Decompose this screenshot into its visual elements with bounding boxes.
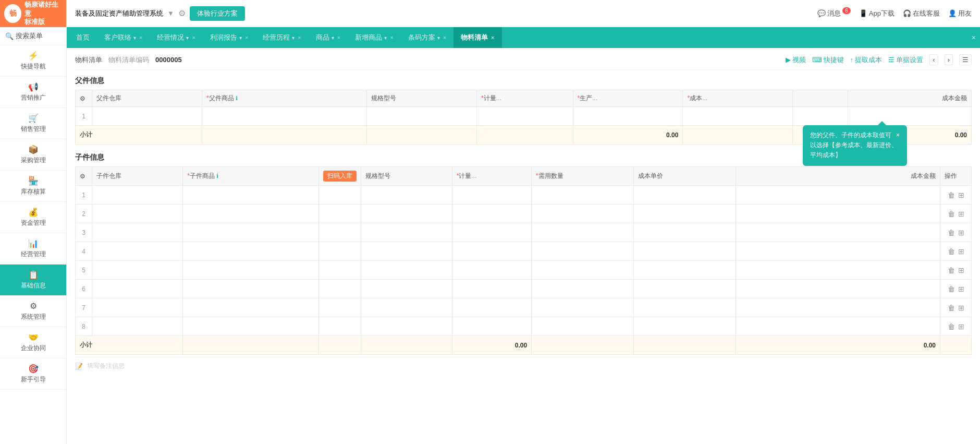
- tab-product[interactable]: 商品 ▾ ×: [309, 27, 348, 48]
- online-service-btn[interactable]: 🎧 在线客服: [903, 9, 940, 18]
- child-unitprice-cell-6[interactable]: [634, 280, 736, 298]
- delete-icon-5[interactable]: 🗑: [948, 266, 955, 274]
- child-product-cell-3[interactable]: [183, 223, 319, 242]
- parent-spec-cell[interactable]: [367, 107, 477, 126]
- pagination-prev[interactable]: ‹: [929, 54, 938, 65]
- copy-icon-6[interactable]: ⊞: [958, 285, 964, 293]
- child-product-cell-4[interactable]: [183, 242, 319, 261]
- scan-btn[interactable]: 扫码入库: [323, 171, 357, 182]
- sidebar-item-basic[interactable]: 📋 基础信息: [0, 265, 66, 296]
- child-product-cell-7[interactable]: [183, 298, 319, 317]
- copy-icon-1[interactable]: ⊞: [958, 191, 964, 199]
- sidebar-item-finance[interactable]: 💰 资金管理: [0, 202, 66, 233]
- tab-close-icon[interactable]: ×: [443, 34, 446, 41]
- delete-icon-6[interactable]: 🗑: [948, 285, 955, 293]
- child-unitprice-cell-3[interactable]: [634, 223, 736, 242]
- sidebar-item-collab[interactable]: 🤝 企业协同: [0, 327, 66, 358]
- sidebar-item-operation[interactable]: 📊 经营管理: [0, 233, 66, 265]
- child-unitprice-cell-4[interactable]: [634, 242, 736, 261]
- child-warehouse-cell-4[interactable]: [92, 242, 183, 261]
- child-spec-cell-7[interactable]: [361, 298, 452, 317]
- child-spec-cell-5[interactable]: [361, 261, 452, 280]
- nav-close-btn[interactable]: ×: [970, 33, 978, 42]
- user-avatar[interactable]: 👤 用友: [948, 9, 972, 18]
- sidebar-search[interactable]: 🔍 搜索菜单: [0, 27, 66, 45]
- delete-icon-1[interactable]: 🗑: [948, 191, 955, 199]
- child-qty-cell-1[interactable]: [532, 186, 634, 205]
- child-product-cell-1[interactable]: [183, 186, 319, 205]
- message-btn[interactable]: 💬 消息 6: [817, 9, 851, 18]
- extract-cost-btn[interactable]: ↑ 提取成本: [850, 55, 883, 65]
- gear-settings-icon[interactable]: ⚙: [178, 8, 186, 18]
- child-unit-cell-2[interactable]: [452, 205, 531, 223]
- copy-icon-8[interactable]: ⊞: [958, 322, 964, 331]
- child-qty-cell-3[interactable]: [532, 223, 634, 242]
- tab-history[interactable]: 经营历程 ▾ ×: [255, 27, 308, 48]
- child-warehouse-cell-8[interactable]: [92, 317, 183, 336]
- child-col-setup[interactable]: ⚙: [76, 167, 92, 186]
- copy-icon-7[interactable]: ⊞: [958, 304, 964, 312]
- parent-produce-cell[interactable]: [573, 107, 683, 126]
- child-qty-cell-5[interactable]: [532, 261, 634, 280]
- copy-icon-5[interactable]: ⊞: [958, 266, 964, 274]
- child-product-cell-6[interactable]: [183, 280, 319, 298]
- child-warehouse-cell-5[interactable]: [92, 261, 183, 280]
- parent-unit-cell[interactable]: [477, 107, 573, 126]
- child-warehouse-cell-6[interactable]: [92, 280, 183, 298]
- child-warehouse-cell-7[interactable]: [92, 298, 183, 317]
- sidebar-item-quicknav[interactable]: ⚡ 快捷导航: [0, 45, 66, 77]
- child-unit-cell-7[interactable]: [452, 298, 531, 317]
- view-list-btn[interactable]: ☰: [959, 54, 972, 65]
- delete-icon-2[interactable]: 🗑: [948, 210, 955, 218]
- delete-icon-8[interactable]: 🗑: [948, 322, 955, 331]
- child-warehouse-cell-3[interactable]: [92, 223, 183, 242]
- dropdown-arrow-icon[interactable]: ▼: [167, 9, 174, 17]
- sidebar-item-guide[interactable]: 🎯 新手引导: [0, 358, 66, 390]
- child-warehouse-cell-1[interactable]: [92, 186, 183, 205]
- tab-home[interactable]: 首页: [69, 27, 97, 48]
- child-unit-cell-6[interactable]: [452, 280, 531, 298]
- child-unitprice-cell-7[interactable]: [634, 298, 736, 317]
- gear-icon[interactable]: ⚙: [80, 95, 85, 102]
- child-unitprice-cell-1[interactable]: [634, 186, 736, 205]
- tab-operation-status[interactable]: 经营情况 ▾ ×: [150, 27, 202, 48]
- child-qty-cell-8[interactable]: [532, 317, 634, 336]
- child-product-cell-8[interactable]: [183, 317, 319, 336]
- sidebar-item-system[interactable]: ⚙ 系统管理: [0, 296, 66, 327]
- child-qty-cell-2[interactable]: [532, 205, 634, 223]
- tab-close-icon[interactable]: ×: [139, 34, 142, 41]
- parent-col-setup[interactable]: ⚙: [76, 90, 92, 107]
- child-unit-cell-4[interactable]: [452, 242, 531, 261]
- child-qty-cell-6[interactable]: [532, 280, 634, 298]
- delete-icon-3[interactable]: 🗑: [948, 229, 955, 237]
- child-spec-cell-3[interactable]: [361, 223, 452, 242]
- copy-icon-3[interactable]: ⊞: [958, 229, 964, 237]
- child-spec-cell-4[interactable]: [361, 242, 452, 261]
- tab-close-icon[interactable]: ×: [337, 34, 340, 41]
- child-qty-cell-7[interactable]: [532, 298, 634, 317]
- sidebar-item-inventory[interactable]: 🏪 库存核算: [0, 171, 66, 202]
- tab-close-icon[interactable]: ×: [390, 34, 393, 41]
- pagination-next[interactable]: ›: [945, 54, 953, 65]
- delete-icon-4[interactable]: 🗑: [948, 247, 955, 256]
- child-product-cell-5[interactable]: [183, 261, 319, 280]
- child-unitprice-cell-5[interactable]: [634, 261, 736, 280]
- child-unit-cell-1[interactable]: [452, 186, 531, 205]
- child-unitprice-cell-8[interactable]: [634, 317, 736, 336]
- app-download-btn[interactable]: 📱 App下载: [859, 9, 895, 18]
- copy-icon-4[interactable]: ⊞: [958, 247, 964, 256]
- copy-icon-2[interactable]: ⊞: [958, 210, 964, 218]
- tab-bom[interactable]: 物料清单 ×: [454, 27, 501, 48]
- note-text[interactable]: 填写备注信息: [87, 362, 125, 370]
- parent-cost-cell[interactable]: [683, 107, 793, 126]
- tooltip-close-btn[interactable]: ×: [896, 130, 900, 140]
- video-btn[interactable]: ▶ 视频: [786, 55, 806, 65]
- child-warehouse-cell-2[interactable]: [92, 205, 183, 223]
- sidebar-item-sales[interactable]: 🛒 销售管理: [0, 108, 66, 139]
- child-spec-cell-8[interactable]: [361, 317, 452, 336]
- child-unitprice-cell-2[interactable]: [634, 205, 736, 223]
- parent-product-cell[interactable]: [202, 107, 366, 126]
- tab-new-product[interactable]: 新增商品 ▾ ×: [348, 27, 400, 48]
- child-spec-cell-6[interactable]: [361, 280, 452, 298]
- sidebar-item-marketing[interactable]: 📢 营销推广: [0, 77, 66, 108]
